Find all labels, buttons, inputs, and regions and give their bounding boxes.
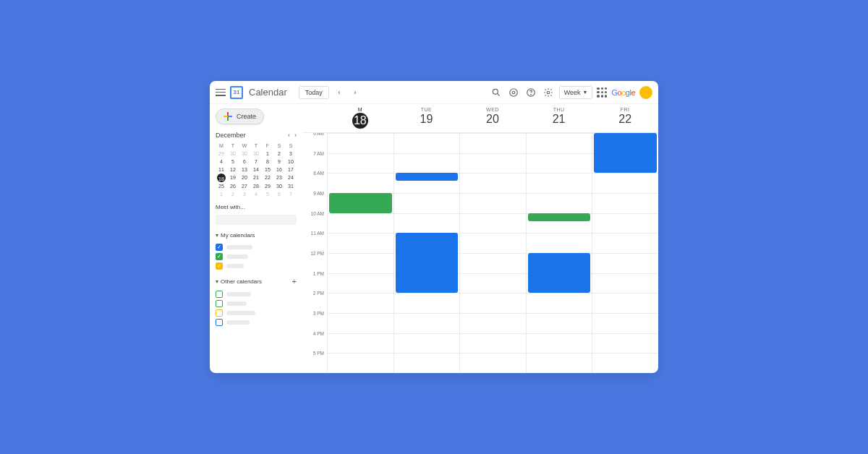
mini-prev-month-button[interactable]: ‹ [288, 132, 290, 139]
calendar-item[interactable] [216, 253, 297, 260]
calendar-item[interactable] [216, 262, 297, 270]
calendar-checkbox[interactable] [216, 253, 223, 260]
my-calendars-header[interactable]: ▾My calendars [216, 232, 297, 239]
mini-day[interactable]: 10 [285, 158, 297, 166]
mini-day[interactable]: 31 [285, 182, 297, 190]
mini-day[interactable]: 4 [250, 190, 262, 198]
mini-day[interactable]: 6 [239, 158, 250, 166]
settings-icon[interactable] [542, 86, 555, 99]
mini-day[interactable]: 7 [285, 190, 297, 198]
mini-day[interactable]: 11 [216, 166, 227, 174]
day-header[interactable]: TUE19 [393, 104, 460, 132]
day-number: 19 [393, 113, 460, 126]
mini-day[interactable]: 25 [216, 182, 227, 190]
day-header[interactable]: THU21 [526, 104, 592, 132]
mini-day[interactable]: 7 [250, 158, 262, 166]
other-calendars-header[interactable]: ▾Other calendars + [216, 277, 297, 286]
day-header[interactable]: FRI22 [592, 104, 658, 132]
calendar-window: 31 Calendar Today ‹ › Week ▼ Google [210, 81, 658, 373]
mini-day[interactable]: 30 [250, 150, 262, 158]
mini-day[interactable]: 30 [273, 182, 285, 190]
mini-day[interactable]: 26 [227, 182, 239, 190]
hour-label: 12 PM [310, 251, 324, 256]
mini-day[interactable]: 27 [239, 182, 250, 190]
mini-day[interactable]: 30 [227, 150, 239, 158]
account-avatar[interactable] [639, 86, 652, 99]
day-column[interactable] [459, 133, 526, 373]
mini-day[interactable]: 5 [262, 190, 273, 198]
apps-icon[interactable] [597, 87, 607, 98]
calendar-label [226, 320, 250, 325]
today-button[interactable]: Today [299, 86, 329, 99]
calendar-event[interactable] [396, 233, 459, 293]
day-header[interactable]: M18 [327, 104, 393, 132]
calendar-checkbox[interactable] [216, 319, 223, 326]
mini-day[interactable]: 23 [273, 174, 285, 182]
calendar-event[interactable] [594, 133, 657, 173]
mini-next-month-button[interactable]: › [294, 132, 297, 139]
mini-day[interactable]: 2 [227, 190, 239, 198]
support-icon[interactable] [507, 86, 520, 99]
mini-day[interactable]: 15 [262, 166, 273, 174]
day-header[interactable]: WED20 [459, 104, 526, 132]
mini-day[interactable]: 2 [273, 150, 285, 158]
calendar-item[interactable] [216, 319, 297, 326]
mini-day[interactable]: 13 [239, 166, 250, 174]
mini-day[interactable]: 17 [285, 166, 297, 174]
calendar-item[interactable] [216, 291, 297, 298]
day-column[interactable] [526, 133, 592, 373]
mini-day[interactable]: 1 [216, 190, 227, 198]
calendar-checkbox[interactable] [216, 300, 223, 307]
help-icon[interactable] [524, 86, 537, 99]
search-icon[interactable] [490, 86, 503, 99]
calendar-checkbox[interactable] [216, 309, 223, 317]
calendar-item[interactable] [216, 300, 297, 307]
mini-day[interactable]: 4 [216, 158, 227, 166]
calendar-checkbox[interactable] [216, 262, 223, 270]
day-headers: M18TUE19WED20THU21FRI22 [302, 104, 658, 133]
calendar-event[interactable] [528, 213, 591, 221]
mini-day[interactable]: 19 [227, 174, 239, 182]
mini-day[interactable]: 20 [239, 174, 250, 182]
day-column[interactable] [393, 133, 460, 373]
calendar-event[interactable] [329, 193, 392, 213]
mini-day[interactable]: 22 [262, 174, 273, 182]
mini-day[interactable]: 18 [217, 174, 226, 182]
mini-day[interactable]: 14 [250, 166, 262, 174]
mini-day[interactable]: 1 [262, 150, 273, 158]
prev-week-button[interactable]: ‹ [333, 87, 345, 98]
calendar-item[interactable] [216, 244, 297, 251]
menu-icon[interactable] [216, 87, 226, 98]
hour-label: 7 AM [313, 150, 324, 155]
day-column[interactable] [592, 133, 658, 373]
next-week-button[interactable]: › [349, 87, 361, 98]
calendar-event[interactable] [396, 173, 459, 181]
calendar-checkbox[interactable] [216, 244, 223, 251]
mini-day[interactable]: 5 [227, 158, 239, 166]
mini-day[interactable]: 21 [250, 174, 262, 182]
create-button-label: Create [237, 113, 256, 120]
day-column[interactable] [327, 133, 393, 373]
mini-day[interactable]: 29 [262, 182, 273, 190]
mini-day[interactable]: 8 [262, 158, 273, 166]
create-button[interactable]: Create [216, 108, 264, 124]
calendar-checkbox[interactable] [216, 291, 223, 298]
calendar-event[interactable] [528, 253, 591, 293]
mini-day[interactable]: 28 [250, 182, 262, 190]
mini-day[interactable]: 6 [273, 190, 285, 198]
mini-day[interactable]: 16 [273, 166, 285, 174]
time-grid[interactable]: 6 AM7 AM8 AM9 AM10 AM11 AM12 PM1 PM2 PM3… [302, 133, 658, 373]
meet-with-input[interactable] [216, 215, 297, 225]
mini-calendar[interactable]: MTWTFSS293030301234567891011121314151617… [216, 142, 297, 198]
mini-day[interactable]: 9 [273, 158, 285, 166]
mini-day[interactable]: 12 [227, 166, 239, 174]
mini-day[interactable]: 29 [216, 150, 227, 158]
mini-day[interactable]: 30 [239, 150, 250, 158]
add-calendar-button[interactable]: + [292, 277, 297, 286]
mini-day[interactable]: 3 [239, 190, 250, 198]
mini-day[interactable]: 3 [285, 150, 297, 158]
day-columns [327, 133, 658, 373]
view-selector[interactable]: Week ▼ [559, 86, 593, 99]
mini-day[interactable]: 24 [285, 174, 297, 182]
calendar-item[interactable] [216, 309, 297, 317]
